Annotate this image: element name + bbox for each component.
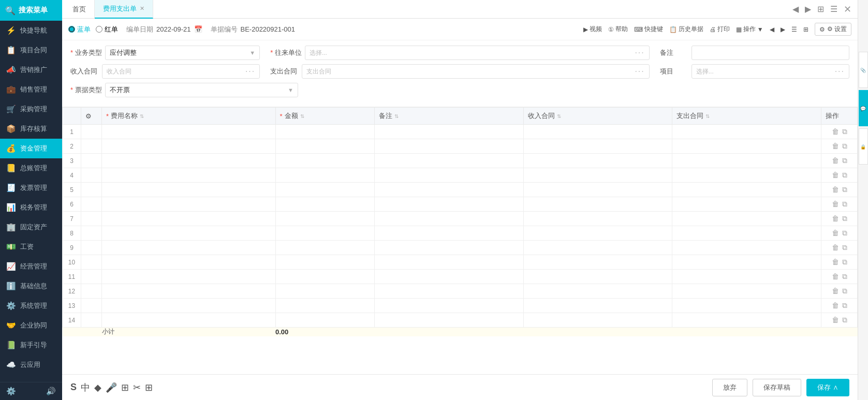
- row-copy-icon[interactable]: ⧉: [842, 214, 847, 223]
- nav-prev-icon[interactable]: ◀: [770, 26, 774, 33]
- th-gear[interactable]: ⚙: [81, 108, 102, 125]
- sidebar-item-project-contract[interactable]: 📋项目合同: [0, 40, 62, 60]
- row-expense-contract[interactable]: [672, 168, 821, 183]
- row-expense-contract[interactable]: [672, 284, 821, 299]
- row-name[interactable]: [102, 125, 276, 139]
- sidebar-item-sales-mgmt[interactable]: 💼销售管理: [0, 80, 62, 99]
- discard-button[interactable]: 放弃: [712, 379, 747, 396]
- row-copy-icon[interactable]: ⧉: [842, 272, 847, 281]
- row-note[interactable]: [375, 125, 524, 139]
- sidebar-item-ledger-mgmt[interactable]: 📒总账管理: [0, 158, 62, 178]
- row-income-contract[interactable]: [523, 197, 672, 212]
- row-delete-icon[interactable]: 🗑: [832, 171, 839, 180]
- row-copy-icon[interactable]: ⧉: [842, 127, 847, 136]
- row-amount[interactable]: [275, 197, 375, 212]
- row-name[interactable]: [102, 313, 276, 328]
- expense-contract-input[interactable]: 支出合同 ···: [302, 64, 650, 79]
- row-expense-contract[interactable]: [672, 212, 821, 226]
- row-expense-contract[interactable]: [672, 139, 821, 154]
- sidebar-item-sys-mgmt[interactable]: ⚙️系统管理: [0, 296, 62, 316]
- row-copy-icon[interactable]: ⧉: [842, 142, 847, 151]
- sidebar-item-fund-mgmt[interactable]: 💰资金管理: [0, 139, 62, 158]
- row-expense-contract[interactable]: [672, 183, 821, 197]
- row-delete-icon[interactable]: 🗑: [832, 316, 839, 324]
- scissors-icon[interactable]: ✂: [133, 382, 141, 393]
- radio-blue-input[interactable]: [68, 26, 75, 33]
- action-help[interactable]: ① 帮助: [608, 25, 628, 34]
- row-delete-icon[interactable]: 🗑: [832, 214, 839, 223]
- tab-close-icon[interactable]: ✕: [140, 5, 144, 12]
- row-expense-contract[interactable]: [672, 197, 821, 212]
- th-name-sort-icon[interactable]: ⇅: [140, 113, 144, 119]
- row-income-contract[interactable]: [523, 241, 672, 255]
- tabs-grid-icon[interactable]: ⊞: [815, 2, 826, 16]
- row-income-contract[interactable]: [523, 284, 672, 299]
- row-delete-icon[interactable]: 🗑: [832, 272, 839, 281]
- sidebar-item-ops-mgmt[interactable]: 📈经营管理: [0, 257, 62, 276]
- row-income-contract[interactable]: [523, 183, 672, 197]
- row-name[interactable]: [102, 241, 276, 255]
- row-note[interactable]: [375, 183, 524, 197]
- audio-icon[interactable]: 🔊: [46, 387, 56, 396]
- row-name[interactable]: [102, 197, 276, 212]
- sidebar-item-fixed-assets[interactable]: 🏢固定资产: [0, 217, 62, 237]
- partner-input[interactable]: 选择... ···: [305, 46, 650, 60]
- sidebar-item-cloud-apps[interactable]: ☁️云应用: [0, 355, 62, 375]
- sidebar-item-marketing[interactable]: 📣营销推广: [0, 60, 62, 80]
- row-amount[interactable]: [275, 241, 375, 255]
- right-tab-1[interactable]: 📎: [859, 52, 868, 88]
- tab-expense-form[interactable]: 费用支出单 ✕: [95, 0, 153, 19]
- th-income-sort-icon[interactable]: ⇅: [557, 113, 561, 119]
- row-expense-contract[interactable]: [672, 241, 821, 255]
- row-income-contract[interactable]: [523, 255, 672, 270]
- row-expense-contract[interactable]: [672, 299, 821, 313]
- row-note[interactable]: [375, 197, 524, 212]
- row-copy-icon[interactable]: ⧉: [842, 287, 847, 295]
- sidebar-item-new-guide[interactable]: 📗新手引导: [0, 335, 62, 355]
- row-note[interactable]: [375, 255, 524, 270]
- row-note[interactable]: [375, 299, 524, 313]
- row-copy-icon[interactable]: ⧉: [842, 301, 847, 310]
- row-income-contract[interactable]: [523, 168, 672, 183]
- row-copy-icon[interactable]: ⧉: [842, 316, 847, 324]
- row-note[interactable]: [375, 284, 524, 299]
- row-income-contract[interactable]: [523, 125, 672, 139]
- row-copy-icon[interactable]: ⧉: [842, 200, 847, 209]
- expand-icon[interactable]: ⊞: [145, 382, 153, 393]
- row-note[interactable]: [375, 212, 524, 226]
- row-amount[interactable]: [275, 313, 375, 328]
- row-name[interactable]: [102, 270, 276, 284]
- save-button[interactable]: 保存 ∧: [806, 379, 849, 396]
- sidebar-item-quick-nav[interactable]: ⚡快捷导航: [0, 21, 62, 40]
- row-income-contract[interactable]: [523, 139, 672, 154]
- row-name[interactable]: [102, 183, 276, 197]
- action-video[interactable]: ▶ 视频: [583, 25, 602, 34]
- row-copy-icon[interactable]: ⧉: [842, 156, 847, 165]
- th-expense-sort-icon[interactable]: ⇅: [705, 113, 710, 119]
- row-delete-icon[interactable]: 🗑: [832, 287, 839, 295]
- row-amount[interactable]: [275, 183, 375, 197]
- sidebar-item-tax-mgmt[interactable]: 📊税务管理: [0, 198, 62, 217]
- row-copy-icon[interactable]: ⧉: [842, 243, 847, 252]
- th-amount-sort-icon[interactable]: ⇅: [300, 113, 304, 119]
- row-name[interactable]: [102, 139, 276, 154]
- row-amount[interactable]: [275, 168, 375, 183]
- row-expense-contract[interactable]: [672, 125, 821, 139]
- row-amount[interactable]: [275, 284, 375, 299]
- sidebar-item-enterprise-coop[interactable]: 🤝企业协同: [0, 316, 62, 335]
- row-name[interactable]: [102, 255, 276, 270]
- row-expense-contract[interactable]: [672, 255, 821, 270]
- row-name[interactable]: [102, 212, 276, 226]
- row-delete-icon[interactable]: 🗑: [832, 229, 839, 238]
- tabs-prev-icon[interactable]: ◀: [790, 2, 801, 16]
- th-note-sort-icon[interactable]: ⇅: [394, 113, 399, 119]
- settings-button[interactable]: ⚙ ⚙ 设置: [815, 23, 851, 36]
- sidebar-header[interactable]: 🔍 搜索菜单: [0, 0, 62, 21]
- row-note[interactable]: [375, 241, 524, 255]
- radio-red[interactable]: 红单: [96, 25, 118, 34]
- action-shortcut[interactable]: ⌨ 快捷键: [634, 25, 663, 34]
- row-name[interactable]: [102, 226, 276, 241]
- income-contract-input[interactable]: 收入合同 ···: [102, 64, 260, 79]
- row-name[interactable]: [102, 284, 276, 299]
- sidebar-item-purchase-mgmt[interactable]: 🛒采购管理: [0, 99, 62, 119]
